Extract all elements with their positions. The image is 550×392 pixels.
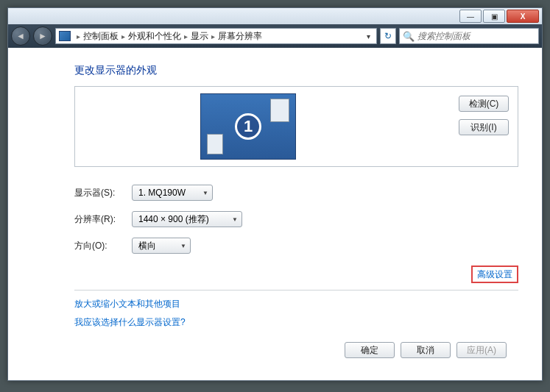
minimize-button[interactable]: — [459, 10, 482, 23]
refresh-button[interactable]: ↻ [380, 28, 396, 44]
content-area: 更改显示器的外观 1 检测(C) 识别(I) 显示器(S): 1. MQ190W… [8, 48, 542, 380]
resolution-row: 分辨率(R): 1440 × 900 (推荐) [74, 211, 518, 227]
close-button[interactable]: X [507, 10, 539, 23]
advanced-settings-link[interactable]: 高级设置 [471, 266, 518, 283]
chevron-right-icon: ▸ [211, 32, 215, 40]
orientation-label: 方向(O): [74, 240, 132, 252]
display-dropdown[interactable]: 1. MQ190W [132, 185, 213, 201]
breadcrumb[interactable]: ▸ 控制面板 ▸ 外观和个性化 ▸ 显示 ▸ 屏幕分辨率 ▾ [55, 28, 377, 44]
breadcrumb-root[interactable]: 控制面板 [83, 30, 119, 43]
display-label: 显示器(S): [74, 187, 132, 199]
back-button[interactable]: ◄ [11, 26, 30, 46]
display-value: 1. MQ190W [138, 188, 186, 198]
detect-button[interactable]: 检测(C) [459, 96, 509, 112]
apply-button[interactable]: 应用(A) [456, 342, 507, 358]
window: — ▣ X ◄ ► ▸ 控制面板 ▸ 外观和个性化 ▸ 显示 ▸ 屏幕分辨率 ▾… [7, 7, 543, 381]
search-input[interactable] [417, 31, 535, 41]
monitor-number: 1 [235, 113, 261, 140]
breadcrumb-l3[interactable]: 屏幕分辨率 [218, 30, 262, 43]
resolution-value: 1440 × 900 (推荐) [138, 213, 209, 226]
orientation-row: 方向(O): 横向 [74, 238, 518, 254]
identify-button[interactable]: 识别(I) [459, 119, 509, 135]
resolution-dropdown[interactable]: 1440 × 900 (推荐) [132, 211, 242, 227]
maximize-button[interactable]: ▣ [483, 10, 505, 23]
advanced-settings-container: 高级设置 [74, 267, 518, 281]
separator [74, 290, 518, 291]
breadcrumb-dropdown-icon[interactable]: ▾ [364, 32, 373, 40]
preview-window-icon [270, 99, 289, 122]
monitor-preview[interactable]: 1 [200, 93, 296, 160]
control-panel-icon [59, 31, 71, 41]
breadcrumb-l2[interactable]: 显示 [191, 30, 208, 43]
cancel-button[interactable]: 取消 [401, 342, 451, 358]
text-size-link[interactable]: 放大或缩小文本和其他项目 [74, 298, 518, 310]
which-settings-link[interactable]: 我应该选择什么显示器设置? [74, 316, 518, 329]
search-box[interactable]: 🔍 [399, 28, 539, 44]
help-links: 放大或缩小文本和其他项目 我应该选择什么显示器设置? [74, 298, 518, 329]
ok-button[interactable]: 确定 [345, 342, 395, 358]
footer-buttons: 确定 取消 应用(A) [74, 335, 518, 368]
display-row: 显示器(S): 1. MQ190W [74, 185, 518, 201]
forward-button[interactable]: ► [33, 26, 52, 46]
search-icon: 🔍 [403, 31, 415, 42]
preview-window-icon [207, 134, 223, 154]
chevron-right-icon: ▸ [184, 32, 188, 40]
chevron-right-icon: ▸ [121, 32, 125, 40]
orientation-value: 横向 [138, 240, 156, 252]
titlebar: — ▣ X [8, 8, 542, 24]
monitor-panel: 1 检测(C) 识别(I) [74, 86, 518, 167]
breadcrumb-l1[interactable]: 外观和个性化 [128, 30, 181, 43]
resolution-label: 分辨率(R): [74, 213, 132, 226]
chevron-right-icon: ▸ [77, 32, 80, 40]
orientation-dropdown[interactable]: 横向 [132, 238, 191, 254]
navbar: ◄ ► ▸ 控制面板 ▸ 外观和个性化 ▸ 显示 ▸ 屏幕分辨率 ▾ ↻ 🔍 [8, 24, 542, 48]
page-title: 更改显示器的外观 [74, 64, 518, 77]
